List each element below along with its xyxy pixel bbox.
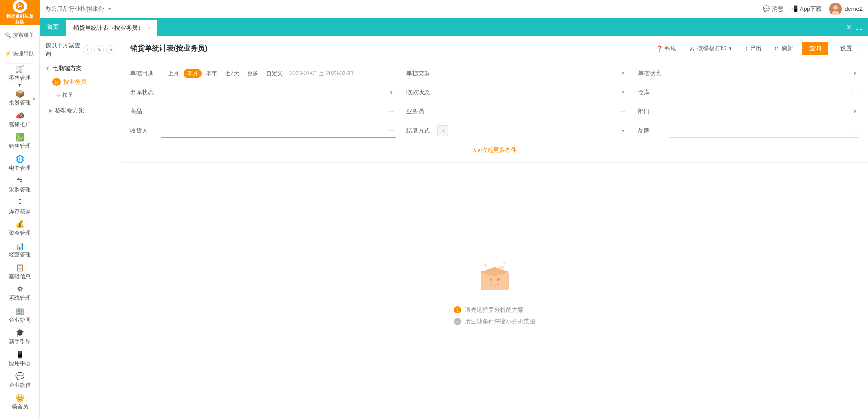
system-label: 系统管理 [9, 294, 31, 302]
svg-point-11 [490, 278, 492, 281]
step2-label: 用过滤条件来缩小分析范围 [465, 318, 535, 326]
left-panel: 按以下方案查询 + ✎ « ▼ 电脑端方案 [40, 36, 121, 418]
date-more-btn[interactable]: 更多 [244, 69, 262, 78]
out-status-input[interactable] [161, 86, 396, 99]
consignee-input[interactable] [161, 124, 396, 137]
search-menu-label: 搜索菜单 [13, 31, 34, 39]
dept-input[interactable] [669, 104, 859, 118]
sidebar-quick-nav[interactable]: ⚡ 快捷导航 [0, 45, 40, 62]
sidebar-item-marketing[interactable]: 📣 营销推广 [0, 109, 40, 131]
tab-home[interactable]: 首页 [40, 18, 66, 36]
goods-dots[interactable]: ··· [387, 107, 393, 115]
settle-tag-close[interactable]: × [442, 128, 445, 133]
goods-input[interactable] [161, 104, 396, 118]
bill-type-input[interactable] [437, 66, 627, 80]
salesman-dots[interactable]: ··· [619, 107, 625, 115]
marketing-icon: 📣 [15, 111, 24, 120]
sidebar-divider1 [6, 63, 33, 64]
sidebar-item-wechat[interactable]: 💬 企业微信 [0, 370, 40, 391]
sidebar-item-newbie[interactable]: 🎓 新手引导 [0, 326, 40, 348]
tree-item-by-salesman[interactable]: 按 按业务员 [40, 75, 121, 89]
tab-sales-stat[interactable]: 销货单统计表（按业务员） × [66, 20, 157, 36]
purchase-label: 采购管理 [9, 186, 31, 194]
download-icon: 📲 [791, 5, 798, 12]
tab-close-btn[interactable]: × [147, 25, 150, 31]
date-range-display: 2023-03-01 至 2023-03-31 [290, 70, 354, 77]
refresh-icon: ↺ [774, 45, 779, 52]
salesman-input[interactable] [437, 104, 627, 118]
sidebar-item-purchase[interactable]: 🛍 采购管理 [0, 174, 40, 196]
receipt-status-input[interactable] [437, 86, 627, 99]
date-last-month-btn[interactable]: 上月 [165, 69, 183, 78]
date-this-year-btn[interactable]: 本年 [203, 69, 221, 78]
sidebar-item-wholesale[interactable]: 📦 批发管理 [0, 87, 40, 109]
refresh-btn[interactable]: ↺ 刷新 [771, 43, 797, 54]
filter-consignee: 收货人 ··· [130, 124, 396, 138]
filter-goods: 商品 ··· [130, 104, 396, 118]
date-this-month-btn[interactable]: 本月 [184, 69, 202, 78]
page-header: 销货单统计表(按业务员) ❓ 帮助 🖨 按模板打印 ▼ ↑ 导出 [121, 36, 868, 61]
sidebar-search-menu[interactable]: 🔍 搜索菜单 [0, 25, 40, 45]
window-close-btn[interactable]: ✕ [846, 23, 852, 32]
sidebar-item-inventory[interactable]: 🗄 库存核算 [0, 196, 40, 218]
sidebar-item-member[interactable]: 👑 畅会员 [0, 391, 40, 413]
export-icon: ↑ [745, 45, 749, 52]
message-btn[interactable]: 💬 消息 [763, 5, 783, 13]
sidebar-item-base[interactable]: 📋 基础信息 [0, 261, 40, 283]
base-icon: 📋 [15, 263, 24, 272]
sidebar-item-retail[interactable]: 🛒 零售管理 [0, 66, 40, 87]
user-area[interactable]: demo2 [829, 3, 863, 15]
sidebar-item-sales[interactable]: 💹 销售管理 [0, 131, 40, 152]
export-btn[interactable]: ↑ 导出 [742, 43, 766, 54]
collapse-panel-btn[interactable]: « [106, 45, 115, 54]
pc-group-header[interactable]: ▼ 电脑端方案 [40, 62, 121, 75]
marketing-label: 营销推广 [9, 121, 31, 128]
date-label: 单据日期 [130, 69, 157, 77]
tree-sub-item-by-bill[interactable]: ⊹ 按单 [40, 89, 121, 102]
edit-scheme-btn[interactable]: ✎ [94, 45, 104, 54]
consignee-dots[interactable]: ··· [387, 126, 393, 134]
empty-state: 1 请先选择要分析的方案 2 用过滤条件来缩小分析范围 [121, 163, 868, 418]
query-btn[interactable]: 查询 [802, 42, 828, 55]
help-label: 帮助 [665, 44, 677, 52]
sidebar-item-ecom[interactable]: 🌐 电商管理 [0, 152, 40, 174]
mobile-group-header[interactable]: ▶ 移动端方案 [40, 104, 121, 117]
svg-point-8 [484, 263, 487, 267]
sidebar-item-system[interactable]: ⚙ 系统管理 [0, 283, 40, 304]
left-panel-actions: + ✎ « [83, 45, 115, 54]
sidebar-item-enterprise[interactable]: 🏢 企业协同 [0, 304, 40, 326]
date-last7-btn[interactable]: 近7天 [222, 69, 243, 78]
help-btn[interactable]: ❓ 帮助 [652, 43, 680, 54]
step2-num: 2 [454, 318, 461, 325]
print-btn[interactable]: 🖨 按模板打印 ▼ [686, 43, 736, 54]
sidebar-item-finance[interactable]: 💰 资金管理 [0, 218, 40, 239]
date-filter: 上月 本月 本年 近7天 更多 自定义 2023-03-01 至 2023-03… [161, 69, 354, 78]
sidebar-item-biz[interactable]: 📊 经营管理 [0, 239, 40, 261]
window-maximize-btn[interactable]: ⛶ [855, 23, 863, 31]
collapse-more-btn[interactable]: ∧∧ 收起更多条件 [470, 143, 519, 157]
add-scheme-btn[interactable]: + [83, 45, 92, 54]
settle-arrow: ▼ [621, 128, 625, 133]
filter-row-3: 商品 ··· 业务员 ··· [130, 104, 859, 118]
receipt-status-label: 收款状态 [406, 88, 434, 96]
filter-dept: 部门 ▼ [638, 104, 859, 118]
app-download-btn[interactable]: 📲 App下载 [791, 5, 822, 13]
sidebar-item-apps[interactable]: 📱 应用中心 [0, 348, 40, 370]
warehouse-dots[interactable]: ··· [851, 88, 857, 96]
out-status-select-wrapper: ▼ [161, 86, 396, 99]
base-label: 基础信息 [9, 273, 31, 280]
message-label: 消息 [772, 5, 783, 13]
filter-warehouse: 仓库 ··· [638, 86, 859, 99]
goods-label: 商品 [130, 107, 157, 115]
retail-icon: 🛒 [15, 65, 24, 73]
warehouse-input[interactable] [669, 86, 859, 99]
date-custom-btn[interactable]: 自定义 [263, 69, 286, 78]
right-content: 销货单统计表(按业务员) ❓ 帮助 🖨 按模板打印 ▼ ↑ 导出 [121, 36, 868, 418]
brand-input[interactable] [669, 124, 859, 138]
settle-method-tag: × [437, 125, 448, 136]
brand-dots[interactable]: ··· [851, 127, 857, 135]
settings-btn[interactable]: 设置 [834, 42, 859, 55]
app-download-label: App下载 [800, 5, 822, 13]
bill-status-input[interactable] [669, 66, 859, 80]
app-selector-dropdown[interactable]: ▼ [108, 6, 112, 11]
